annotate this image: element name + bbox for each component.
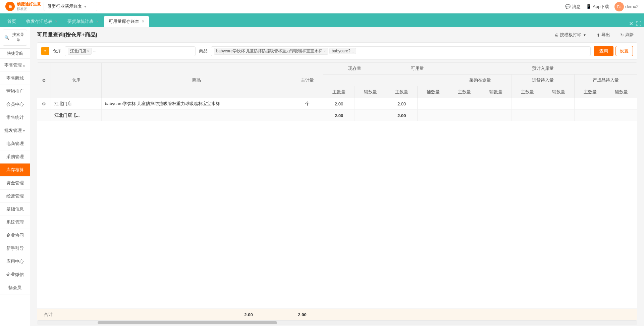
sidebar-item-finance-mgmt[interactable]: 资金管理 — [0, 177, 30, 190]
close-window-icon[interactable]: ✕ — [629, 20, 633, 27]
sidebar-item-retail-stats[interactable]: 零售统计 — [0, 111, 30, 124]
cell-pt-main-1 — [449, 98, 480, 110]
org-name: 母婴行业演示账套 — [47, 3, 82, 9]
top-bar-left: 畅 畅捷通好生意 标准版 母婴行业演示账套 ▼ — [5, 2, 97, 11]
warehouse-more-dots[interactable]: ··· — [93, 49, 96, 53]
sidebar-item-member-center[interactable]: 会员中心 — [0, 98, 30, 111]
col-currentstock-sub — [323, 75, 386, 86]
sidebar-item-enterprise-collab-label: 企业协同 — [6, 232, 24, 238]
col-av-aux-header: 辅数量 — [417, 86, 449, 98]
logo-text-block: 畅捷通好生意 标准版 — [17, 2, 41, 11]
bottom-scrollbar[interactable] — [37, 321, 637, 325]
sidebar-item-app-center[interactable]: 应用中心 — [0, 255, 30, 268]
cell-ip-main-1 — [512, 98, 543, 110]
page-actions: 🖨 按模板打印 ▼ ⬆ 导出 ↻ 刷新 — [551, 30, 637, 40]
sidebar-item-new-guide-label: 新手引导 — [6, 245, 24, 251]
col-product-header: 商品 — [101, 63, 292, 98]
message-btn[interactable]: 💬 消息 — [565, 4, 581, 10]
sidebar: 🔍 搜索菜单 快捷导航 零售管理 ▲ 零售商城 营销推广 会员中心 零售统计 批… — [0, 27, 30, 326]
double-chevron-icon: » — [44, 49, 47, 53]
product-tag-1: babycare学饮杯 儿童防摔防撞吸管杯重力球吸嘴杯宝宝水杯 × — [214, 48, 328, 55]
maximize-icon[interactable]: ⛶ — [636, 21, 641, 27]
cell-av-aux-2 — [417, 110, 449, 122]
sidebar-search-btn[interactable]: 🔍 搜索菜单 — [3, 30, 27, 46]
product-tag-1-remove[interactable]: × — [323, 49, 325, 53]
col-product-pending-header: 产成品待入量 — [574, 75, 637, 86]
warehouse-tag-text: 江北门店 — [70, 48, 86, 54]
org-selector[interactable]: 母婴行业演示账套 ▼ — [44, 2, 97, 11]
gear-icon[interactable]: ⚙ — [42, 78, 46, 83]
row-gear-icon[interactable]: ⚙ — [42, 101, 46, 106]
sidebar-item-marketing[interactable]: 营销推广 — [0, 85, 30, 98]
export-btn[interactable]: ⬆ 导出 — [593, 30, 613, 40]
print-chevron-icon: ▼ — [583, 33, 586, 37]
refresh-btn[interactable]: ↻ 刷新 — [617, 30, 637, 40]
print-btn[interactable]: 🖨 按模板打印 ▼ — [551, 30, 590, 40]
product-label: 商品 — [199, 48, 208, 54]
col-ip-aux-header: 辅数量 — [543, 86, 575, 98]
sidebar-item-wholesale-mgmt[interactable]: 批发管理 ▼ — [0, 124, 30, 137]
cell-ip-aux-2 — [543, 110, 575, 122]
svg-text:畅: 畅 — [9, 5, 12, 8]
sidebar-item-marketing-label: 营销推广 — [6, 88, 24, 94]
settings-btn[interactable]: 设置 — [615, 46, 633, 56]
app-icon: 📱 — [586, 4, 591, 9]
sidebar-item-operations-mgmt[interactable]: 经营管理 — [0, 190, 30, 203]
sidebar-item-system-mgmt[interactable]: 系统管理 — [0, 216, 30, 229]
sidebar-item-retail-stats-label: 零售统计 — [6, 114, 24, 121]
cell-pp-main-1 — [574, 98, 606, 110]
data-table: ⚙ 仓库 商品 主计量 现存量 可用量 预计入库量 采购在途量 — [37, 63, 637, 121]
sidebar-item-purchase-mgmt[interactable]: 采购管理 — [0, 150, 30, 164]
query-btn[interactable]: 查询 — [594, 46, 613, 56]
chevron-down-icon: ▼ — [22, 129, 26, 133]
bottom-scrollbar-thumb[interactable] — [98, 321, 277, 324]
sidebar-item-inventory-check[interactable]: 库存核算 — [0, 164, 30, 177]
warehouse-tag-remove[interactable]: × — [87, 49, 89, 53]
tab-home[interactable]: 首页 — [3, 16, 21, 27]
table-row: 江北门店【... 2.00 2.00 — [37, 110, 637, 122]
username: demo2 — [625, 4, 639, 9]
print-icon: 🖨 — [554, 33, 558, 38]
sidebar-item-new-guide[interactable]: 新手引导 — [0, 242, 30, 255]
filter-bar: » 仓库 江北门店 × ··· 商品 babycare学饮杯 儿童防摔防撞吸管杯… — [37, 42, 637, 60]
sidebar-item-basic-info[interactable]: 基础信息 — [0, 203, 30, 216]
message-label: 消息 — [572, 4, 581, 10]
cell-cs-main-1: 2.00 — [323, 98, 355, 110]
nav-tabs-right: ✕ ⛶ — [629, 20, 641, 27]
sidebar-item-basic-info-label: 基础信息 — [6, 206, 24, 212]
tab-available-inventory[interactable]: 可用量库存账本 × — [104, 16, 149, 27]
sidebar-search-label: 搜索菜单 — [11, 32, 25, 43]
filter-expand-btn[interactable]: » — [41, 47, 49, 55]
tab-receive-summary-close[interactable]: × — [55, 19, 57, 24]
cell-cs-main-2: 2.00 — [323, 110, 355, 122]
tab-order-stats-close[interactable]: × — [96, 19, 99, 24]
footer-label: 合计 — [41, 312, 235, 318]
sidebar-item-enterprise-collab[interactable]: 企业协同 — [0, 229, 30, 242]
sidebar-item-retail-mall[interactable]: 零售商城 — [0, 72, 30, 85]
sidebar-item-ecommerce[interactable]: 电商管理 — [0, 137, 30, 150]
product-filter-area[interactable]: babycare学饮杯 儿童防摔防撞吸管杯重力球吸嘴杯宝宝水杯 × babyca… — [211, 46, 591, 56]
app-download-btn[interactable]: 📱 App下载 — [586, 4, 609, 10]
sidebar-item-retail-mgmt[interactable]: 零售管理 ▲ — [0, 59, 30, 72]
logo-icon: 畅 — [5, 2, 15, 11]
sidebar-item-member[interactable]: 畅会员 — [0, 281, 30, 294]
tab-home-label: 首页 — [7, 18, 16, 25]
tab-available-inventory-close[interactable]: × — [142, 19, 144, 24]
cell-pt-main-2 — [449, 110, 480, 122]
export-label: 导出 — [601, 32, 610, 38]
tab-order-stats[interactable]: 要货单统计表 × — [63, 16, 103, 27]
product-tag-2: babycare?... — [329, 48, 356, 54]
message-icon: 💬 — [565, 4, 571, 9]
col-warehouse-header: 仓库 — [51, 63, 101, 98]
quick-nav-btn[interactable]: 快捷导航 — [0, 49, 30, 59]
app-download-label: App下载 — [593, 4, 609, 10]
cell-ip-aux-1 — [543, 98, 575, 110]
sidebar-item-enterprise-wechat[interactable]: 企业微信 — [0, 268, 30, 281]
warehouse-filter-area[interactable]: 江北门店 × ··· — [65, 46, 196, 56]
user-profile[interactable]: Ea demo2 — [614, 2, 639, 11]
col-inbound-pending-header: 进货待入量 — [512, 75, 574, 86]
table-footer: 合计 2.00 2.00 — [37, 309, 637, 320]
col-cs-main-header: 主数量 — [323, 86, 355, 98]
cell-gear-1[interactable]: ⚙ — [37, 98, 51, 110]
tab-receive-summary[interactable]: 收发存汇总表 × — [21, 16, 62, 27]
